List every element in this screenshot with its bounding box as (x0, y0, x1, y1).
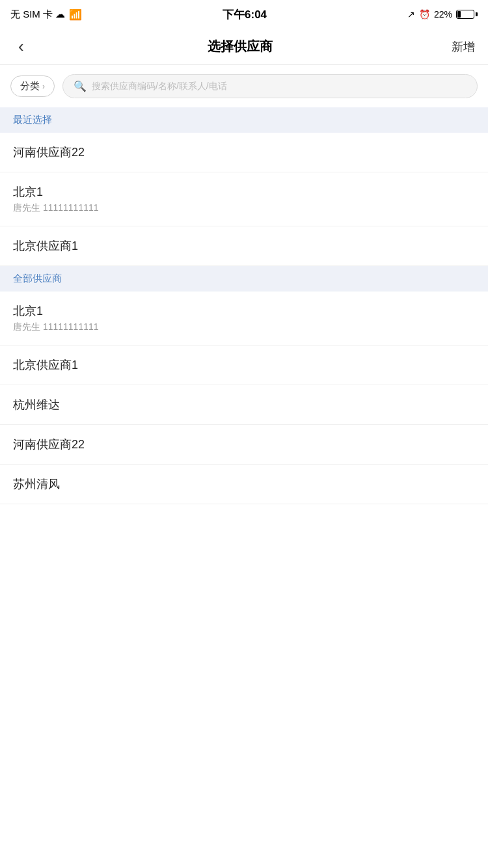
status-right: ↗ ⏰ 22% (407, 9, 478, 20)
battery-percentage: 22% (434, 9, 452, 20)
recent-section-header: 最近选择 (0, 107, 488, 133)
item-name: 北京供应商1 (13, 357, 475, 373)
item-sub: 唐先生 11111111111 (13, 321, 475, 333)
status-bar: 无 SIM 卡 ☁ 📶 下午6:04 ↗ ⏰ 22% (0, 0, 488, 29)
item-name: 河南供应商22 (13, 437, 475, 452)
wifi-icon: 📶 (69, 8, 82, 21)
item-name: 北京1 (13, 303, 475, 319)
filter-bar: 分类 › 🔍 搜索供应商编码/名称/联系人/电话 (0, 65, 488, 107)
alarm-icon: ⏰ (419, 9, 430, 20)
list-item[interactable]: 北京1 唐先生 11111111111 (0, 292, 488, 346)
no-sim-text: 无 SIM 卡 ☁ (10, 8, 65, 21)
item-name: 苏州清风 (13, 476, 475, 492)
all-section-label: 全部供应商 (13, 273, 62, 284)
list-item[interactable]: 北京供应商1 (0, 346, 488, 385)
category-button[interactable]: 分类 › (10, 75, 55, 97)
battery-icon (456, 10, 478, 19)
list-item[interactable]: 北京供应商1 (0, 226, 488, 266)
nav-bar: ‹ 选择供应商 新增 (0, 29, 488, 65)
add-button[interactable]: 新增 (452, 39, 475, 55)
search-box[interactable]: 🔍 搜索供应商编码/名称/联系人/电话 (62, 74, 478, 98)
list-item[interactable]: 河南供应商22 (0, 133, 488, 172)
item-name: 北京供应商1 (13, 238, 475, 254)
recent-section-label: 最近选择 (13, 114, 52, 125)
search-icon: 🔍 (74, 80, 87, 92)
list-item[interactable]: 北京1 唐先生 11111111111 (0, 172, 488, 226)
search-placeholder: 搜索供应商编码/名称/联系人/电话 (92, 81, 227, 92)
item-name: 北京1 (13, 184, 475, 200)
item-name: 杭州维达 (13, 397, 475, 413)
page-title: 选择供应商 (208, 38, 273, 55)
status-time: 下午6:04 (223, 7, 267, 22)
all-section-header: 全部供应商 (0, 266, 488, 292)
back-button[interactable]: ‹ (13, 34, 29, 59)
location-icon: ↗ (407, 9, 415, 20)
item-sub: 唐先生 11111111111 (13, 202, 475, 214)
status-left: 无 SIM 卡 ☁ 📶 (10, 8, 82, 21)
list-item[interactable]: 苏州清风 (0, 465, 488, 504)
list-item[interactable]: 河南供应商22 (0, 425, 488, 465)
list-item[interactable]: 杭州维达 (0, 385, 488, 425)
item-name: 河南供应商22 (13, 144, 475, 160)
chevron-right-icon: › (42, 82, 45, 91)
category-label: 分类 (20, 80, 40, 92)
